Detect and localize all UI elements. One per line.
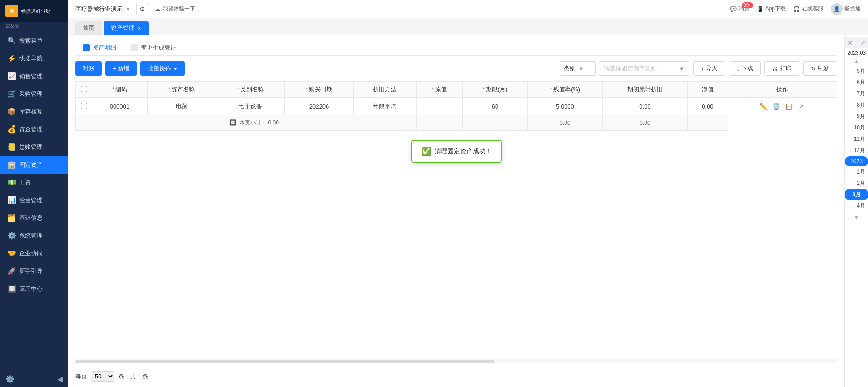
panel-month-8[interactable]: 8月 xyxy=(845,99,868,111)
app-download-button[interactable]: 📱 App下载 xyxy=(757,5,786,13)
message-count: 99+ xyxy=(742,2,753,8)
collapse-icon[interactable]: ◀ xyxy=(57,375,63,383)
download-button[interactable]: ↓ 下载 xyxy=(729,61,761,76)
sub-tab-change-label: 变更生成凭证 xyxy=(141,44,176,52)
sidebar-bottom: ⚙️ ◀ xyxy=(0,371,68,387)
panel-month-7[interactable]: 7月 xyxy=(845,88,868,99)
add-button[interactable]: + 新增 xyxy=(105,61,137,76)
scrollbar-thumb[interactable] xyxy=(75,360,494,363)
app-center-icon: 🔲 xyxy=(7,284,15,293)
add-label: + 新增 xyxy=(113,64,129,73)
sidebar-item-app-center[interactable]: 🔲 应用中心 xyxy=(0,280,68,298)
tab-home[interactable]: 首页 xyxy=(75,21,102,35)
purchase-icon: 🛒 xyxy=(7,89,15,98)
salary-icon: 💵 xyxy=(7,178,15,187)
tab-close-icon[interactable]: ✕ xyxy=(137,25,141,31)
panel-expand-btn[interactable]: ⤢ xyxy=(861,40,865,46)
panel-scroll-down[interactable]: ▼ xyxy=(853,213,860,222)
panel-month-apr[interactable]: 4月 xyxy=(845,200,868,212)
topbar-company: 医疗器械行业演示 ▼ xyxy=(75,5,131,13)
sidebar-item-inventory[interactable]: 📦 库存核算 xyxy=(0,103,68,120)
horizontal-scrollbar[interactable] xyxy=(75,359,837,363)
tab-asset-label: 资产管理 xyxy=(111,24,134,32)
sidebar-logo: 财 畅捷通好业财 xyxy=(0,0,68,22)
operation-icons: ✏️ 🗑️ 📋 ↗ xyxy=(733,101,832,111)
sidebar-item-system[interactable]: ⚙️ 系统管理 xyxy=(0,227,68,244)
panel-month-5[interactable]: 5月 xyxy=(845,65,868,77)
sub-tab-asset-detail[interactable]: ≡ 资产明细 xyxy=(75,41,124,55)
batch-label: 批量操作 xyxy=(148,64,171,73)
sidebar-item-guide[interactable]: 🚀 新手引导 xyxy=(0,262,68,280)
refresh-label: 刷新 xyxy=(818,64,829,73)
sidebar-item-sales[interactable]: 📈 销售管理 xyxy=(0,67,68,85)
import-button[interactable]: ↑ 导入 xyxy=(693,61,725,76)
per-page-select[interactable]: 50 10 20 100 xyxy=(91,371,114,382)
sidebar-item-label: 应用中心 xyxy=(19,285,43,293)
col-header-depreciation: 折旧方法 xyxy=(353,82,416,98)
select-all-checkbox[interactable] xyxy=(81,86,87,92)
download-icon: ↓ xyxy=(737,65,740,72)
subtotal-net: 0.00 xyxy=(602,115,687,131)
sidebar-item-search[interactable]: 🔍 搜索菜单 xyxy=(0,32,68,50)
toolbar-left: 对账 + 新增 批量操作 ▼ xyxy=(75,61,185,76)
sidebar-item-label: 基础信息 xyxy=(19,214,43,222)
sidebar-edition: 普及版 xyxy=(0,22,68,32)
sidebar-item-label: 工资 xyxy=(19,179,31,187)
main-area: 医疗器械行业演示 ▼ ⚙ ☁ 我要体验一下 💬 消息 99+ 📱 App下载 🎧… xyxy=(68,0,868,387)
subtotal-label-cell: 🔲 本页小计： 0.00 xyxy=(92,115,417,131)
sidebar-item-basic-info[interactable]: 🗂️ 基础信息 xyxy=(0,209,68,227)
delete-icon[interactable]: 🗑️ xyxy=(771,101,781,111)
toast-message: 清理固定资产成功！ xyxy=(435,147,492,155)
asset-detail-icon: ≡ xyxy=(83,44,90,51)
sidebar-item-label: 销售管理 xyxy=(19,72,43,80)
cell-depreciation: 年限平均 xyxy=(353,98,416,115)
sidebar-item-purchase[interactable]: 🛒 采购管理 xyxy=(0,85,68,103)
company-dropdown-icon[interactable]: ▼ xyxy=(125,6,131,12)
category-select[interactable]: 类别 ▼ xyxy=(560,61,596,76)
panel-scroll-up[interactable]: ▲ xyxy=(853,57,860,65)
pagination: 每页 50 10 20 100 条，共 1 条 xyxy=(75,367,837,382)
reconcile-button[interactable]: 对账 xyxy=(75,61,102,76)
sidebar-item-label: 经营管理 xyxy=(19,196,43,204)
panel-close-btn[interactable]: ✕ xyxy=(848,39,853,46)
panel-month-10[interactable]: 10月 xyxy=(845,122,868,134)
refresh-button[interactable]: ↻ 刷新 xyxy=(803,61,837,76)
user-profile[interactable]: 👤 畅捷通 xyxy=(831,3,861,15)
panel-month-12[interactable]: 12月 xyxy=(845,145,868,156)
experience-button[interactable]: ☁ 我要体验一下 xyxy=(154,5,195,13)
sidebar-item-ledger[interactable]: 📒 总账管理 xyxy=(0,138,68,156)
batch-button[interactable]: 批量操作 ▼ xyxy=(140,61,185,76)
sidebar-item-finance[interactable]: 💰 资金管理 xyxy=(0,120,68,138)
col-header-code: *编码 xyxy=(92,82,148,98)
experience-label: 我要体验一下 xyxy=(163,5,195,13)
copy-icon[interactable]: 📋 xyxy=(784,101,794,111)
panel-header: ✕ ⤢ xyxy=(845,37,868,48)
message-button[interactable]: 💬 消息 99+ xyxy=(730,5,749,13)
panel-month-feb[interactable]: 2月 xyxy=(845,178,868,189)
total-label: 条，共 1 条 xyxy=(118,372,148,381)
sidebar-item-fixed-assets[interactable]: 🏢 固定资产 xyxy=(0,156,68,174)
category-placeholder-input[interactable]: 请选择固定资产类别 ▼ xyxy=(599,61,689,76)
more-icon[interactable]: ↗ xyxy=(796,101,806,111)
row-checkbox[interactable] xyxy=(81,103,87,109)
customer-service-button[interactable]: 🎧 在线客服 xyxy=(793,5,823,13)
cell-code: 000001 xyxy=(92,98,148,115)
sub-tab-change-voucher[interactable]: ≡ 变更生成凭证 xyxy=(124,41,184,55)
subtotal-initial: 0.00 xyxy=(527,115,602,131)
panel-month-6[interactable]: 6月 xyxy=(845,77,868,88)
panel-month-11[interactable]: 11月 xyxy=(845,134,868,145)
tab-asset-management[interactable]: 资产管理 ✕ xyxy=(104,21,149,35)
sidebar-item-salary[interactable]: 💵 工资 xyxy=(0,174,68,191)
edit-icon[interactable]: ✏️ xyxy=(758,101,768,111)
sidebar-item-management[interactable]: 📊 经营管理 xyxy=(0,191,68,209)
panel-month-jan[interactable]: 1月 xyxy=(845,166,868,178)
settings-icon[interactable]: ⚙️ xyxy=(5,375,15,383)
print-button[interactable]: 🖨 打印 xyxy=(764,61,799,76)
sidebar-item-collab[interactable]: 🤝 企业协同 xyxy=(0,244,68,262)
panel-month-9[interactable]: 9月 xyxy=(845,111,868,122)
settings-button[interactable]: ⚙ xyxy=(136,3,149,15)
panel-month-mar[interactable]: 3月 xyxy=(845,189,868,200)
app-download-label: App下载 xyxy=(765,5,786,13)
sidebar-item-quicknav[interactable]: ⚡ 快捷导航 xyxy=(0,50,68,67)
subtotal-label: 本页小计： xyxy=(239,119,267,126)
